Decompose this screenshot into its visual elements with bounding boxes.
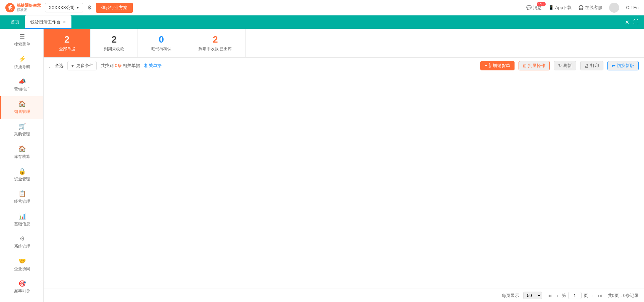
search-menu-icon: ☰ <box>19 33 25 40</box>
stat-count-pending: 0 <box>159 34 164 45</box>
toolbar-left: 全选 ▼ 更多条件 共找到 0条 相关单据 相关单据 <box>49 61 475 70</box>
sidebar-item-app-center[interactable]: 📦 应用中心 <box>0 298 43 302</box>
refresh-button[interactable]: ↻ 刷新 <box>554 61 576 70</box>
avatar[interactable] <box>609 3 619 13</box>
found-text: 共找到 0条 相关单据 <box>101 63 140 69</box>
sidebar-item-finance[interactable]: 🔒 资金管理 <box>0 164 43 186</box>
pagination-footer: 每页显示 50 100 200 ⏮ ‹ 第 页 › ⏭ 共0页，0条记录 <box>44 289 644 302</box>
sidebar-item-quick-nav[interactable]: ⚡ 快捷导航 <box>0 51 43 74</box>
switch-icon: ⇌ <box>612 63 615 68</box>
sidebar-item-enterprise[interactable]: 🤝 企业协同 <box>0 253 43 276</box>
chevron-down-icon: ▼ <box>76 6 79 9</box>
next-page-button[interactable]: › <box>590 292 594 299</box>
stat-label-pending: 旺铺待确认 <box>151 46 171 52</box>
total-text: 共0页，0条记录 <box>608 293 639 299</box>
sidebar-item-marketing[interactable]: 📣 营销推广 <box>0 74 43 96</box>
message-badge: 99+ <box>537 2 546 6</box>
found-count: 0条 <box>115 63 122 68</box>
page-input[interactable] <box>568 292 582 299</box>
tab-actions: ✕ ⛶ <box>625 19 639 25</box>
headset-icon: 🎧 <box>578 5 584 10</box>
sidebar-item-system[interactable]: ⚙ 系统管理 <box>0 231 43 253</box>
table-area <box>44 74 644 289</box>
sidebar-item-basic-info[interactable]: 📊 基础信息 <box>0 208 43 231</box>
print-button[interactable]: 🖨 打印 <box>580 61 603 70</box>
batch-icon: ⊞ <box>523 63 527 68</box>
enterprise-icon: 🤝 <box>18 257 26 265</box>
username: OfTEn <box>626 5 639 10</box>
settings-icon[interactable]: ⚙ <box>87 4 92 11</box>
header-left: 畅 畅捷通好生意 标准版 XXXXXX公司 ▼ ⚙ 体验行业方案 <box>5 3 133 13</box>
select-all-area[interactable]: 全选 <box>49 63 63 69</box>
header-right: 💬 消息 99+ 📱 App下载 🎧 在线客服 OfTEn <box>526 3 639 13</box>
last-page-button[interactable]: ⏭ <box>596 292 604 299</box>
tab-close-icon[interactable]: ✕ <box>63 20 66 24</box>
toolbar-right: + 新增销货单 ⊞ 批量操作 ↻ 刷新 🖨 打印 ⇌ 切换新版 <box>480 61 639 70</box>
page-size-select[interactable]: 50 100 200 <box>523 292 542 299</box>
phone-icon: 📱 <box>548 5 554 10</box>
filter-icon: ▼ <box>70 63 75 68</box>
tab-progress-indicator <box>25 28 71 29</box>
basic-info-icon: 📊 <box>18 213 26 220</box>
stats-row: 2 全部单据 2 到期未收款 0 旺铺待确认 2 到期未收款 已出库 <box>44 29 644 58</box>
filter-button[interactable]: ▼ 更多条件 <box>67 61 97 70</box>
content-area: 2 全部单据 2 到期未收款 0 旺铺待确认 2 到期未收款 已出库 全选 <box>44 29 644 302</box>
message-action[interactable]: 💬 消息 99+ <box>526 5 542 11</box>
sidebar-item-purchase[interactable]: 🛒 采购管理 <box>0 119 43 141</box>
stat-label-all: 全部单据 <box>59 46 75 52</box>
switch-new-version-button[interactable]: ⇌ 切换新版 <box>607 61 639 70</box>
stat-card-all[interactable]: 2 全部单据 <box>44 29 91 57</box>
prev-page-button[interactable]: ‹ <box>555 292 560 299</box>
stat-card-shipped[interactable]: 2 到期未收款 已出库 <box>185 29 246 57</box>
quick-nav-icon: ⚡ <box>18 55 26 63</box>
top-header: 畅 畅捷通好生意 标准版 XXXXXX公司 ▼ ⚙ 体验行业方案 💬 消息 99… <box>0 0 644 15</box>
tab-bar: 首页 钱货日清工作台 ✕ ✕ ⛶ <box>0 15 644 29</box>
stat-count-all: 2 <box>64 34 70 45</box>
logo-area: 畅 畅捷通好生意 标准版 <box>5 3 41 12</box>
inventory-icon: 🏠 <box>18 145 26 153</box>
beginner-icon: 🎯 <box>18 280 26 287</box>
tab-home[interactable]: 首页 <box>5 15 25 29</box>
tab-minimize-icon[interactable]: ✕ <box>625 19 629 25</box>
app-download-action[interactable]: 📱 App下载 <box>548 5 572 11</box>
stat-count-overdue: 2 <box>111 34 117 45</box>
first-page-button[interactable]: ⏮ <box>546 292 553 299</box>
main-layout: ☰ 搜索菜单 ⚡ 快捷导航 📣 营销推广 🏠 销售管理 🛒 采购管理 🏠 库存核… <box>0 29 644 302</box>
sidebar: ☰ 搜索菜单 ⚡ 快捷导航 📣 营销推广 🏠 销售管理 🛒 采购管理 🏠 库存核… <box>0 29 44 302</box>
trial-button[interactable]: 体验行业方案 <box>96 3 133 13</box>
page-nav: ⏮ ‹ 第 页 › ⏭ <box>546 292 603 299</box>
sidebar-item-operations[interactable]: 📋 经营管理 <box>0 186 43 208</box>
stat-card-pending[interactable]: 0 旺铺待确认 <box>138 29 185 57</box>
refresh-icon: ↻ <box>558 63 562 68</box>
operations-icon: 📋 <box>18 190 26 197</box>
sidebar-item-inventory[interactable]: 🏠 库存核算 <box>0 141 43 164</box>
purchase-icon: 🛒 <box>18 123 26 130</box>
company-selector[interactable]: XXXXXX公司 ▼ <box>45 3 83 12</box>
sidebar-item-sales[interactable]: 🏠 销售管理 <box>0 96 43 119</box>
batch-operation-button[interactable]: ⊞ 批量操作 <box>519 61 550 70</box>
select-all-checkbox[interactable] <box>49 64 53 68</box>
sidebar-item-beginner[interactable]: 🎯 新手引导 <box>0 276 43 298</box>
toolbar: 全选 ▼ 更多条件 共找到 0条 相关单据 相关单据 + 新增销货单 ⊞ 批量操… <box>44 58 644 74</box>
stat-label-overdue: 到期未收款 <box>104 46 124 52</box>
related-bills-link[interactable]: 相关单据 <box>144 63 162 69</box>
online-service-action[interactable]: 🎧 在线客服 <box>578 5 602 11</box>
sales-icon: 🏠 <box>18 100 26 108</box>
logo-text: 畅捷通好生意 标准版 <box>17 3 41 12</box>
finance-icon: 🔒 <box>18 168 26 175</box>
stat-label-shipped: 到期未收款 已出库 <box>199 46 232 52</box>
print-icon: 🖨 <box>585 63 589 68</box>
marketing-icon: 📣 <box>18 78 26 85</box>
message-icon: 💬 <box>526 5 532 10</box>
logo-icon: 畅 <box>5 3 15 12</box>
stat-count-shipped: 2 <box>213 34 218 45</box>
stat-card-overdue[interactable]: 2 到期未收款 <box>91 29 138 57</box>
tab-workbench[interactable]: 钱货日清工作台 ✕ <box>25 15 71 29</box>
tab-expand-icon[interactable]: ⛶ <box>633 19 639 25</box>
system-icon: ⚙ <box>19 235 25 242</box>
sidebar-item-search[interactable]: ☰ 搜索菜单 <box>0 29 43 51</box>
add-sales-order-button[interactable]: + 新增销货单 <box>480 61 515 70</box>
